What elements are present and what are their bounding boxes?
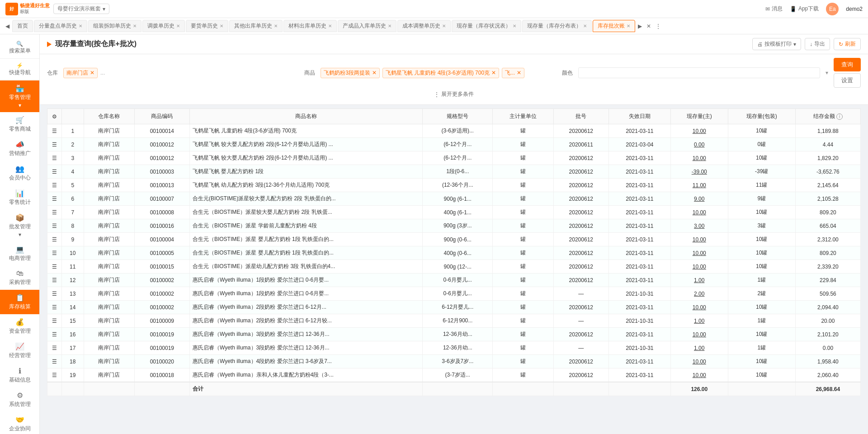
warehouse-tag[interactable]: 南岸门店 ✕ [63,68,98,78]
tab-close-11[interactable]: ✕ [627,24,630,28]
col-settings[interactable]: ⚙ [47,109,62,124]
tab-1[interactable]: 分量盘点单历史 ✕ [34,20,87,32]
row-qty-main[interactable]: 1.00 [670,314,728,328]
warehouse-tag-remove[interactable]: ✕ [90,70,94,76]
tab-5[interactable]: 其他出库单历史 ✕ [229,20,283,32]
settings-button[interactable]: 设置 [834,73,861,88]
row-settings[interactable]: ☰ [47,165,62,179]
row-settings[interactable]: ☰ [47,287,62,301]
sidebar-item-basic-info[interactable]: ℹ 基础信息 [0,363,39,387]
row-qty-main[interactable]: 11.00 [670,179,728,192]
sidebar-item-retail-stats[interactable]: 📊 零售统计 [0,185,39,210]
row-settings[interactable]: ☰ [47,314,62,328]
message-button[interactable]: ✉ 消息 [765,5,783,13]
tab-close-1[interactable]: ✕ [79,24,82,28]
product-tag-1-remove[interactable]: ✕ [372,70,377,76]
sidebar-item-enterprise[interactable]: 🤝 企业协同 [0,412,39,434]
row-qty-main[interactable]: -39.00 [670,165,728,179]
row-settings[interactable]: ☰ [47,124,62,138]
sidebar-item-ecommerce[interactable]: 💻 电商管理 [0,241,39,266]
row-settings[interactable]: ☰ [47,328,62,341]
amount-info-icon[interactable]: i [836,113,843,120]
tab-11[interactable]: 库存批次账 ✕ [593,20,635,32]
sidebar-item-inventory[interactable]: 📋 库存核算 [0,290,39,314]
color-dropdown-icon[interactable]: ▾ [826,70,828,76]
row-qty-main[interactable]: 10.00 [670,328,728,341]
row-settings[interactable]: ☰ [47,301,62,314]
row-settings[interactable]: ☰ [47,355,62,368]
row-settings[interactable]: ☰ [47,246,62,260]
product-tag-2-remove[interactable]: ✕ [491,70,496,76]
sidebar-item-system[interactable]: ⚙ 系统管理 [0,387,39,412]
sidebar-search[interactable]: 🔍 搜索菜单 [0,38,39,59]
row-settings[interactable]: ☰ [47,368,62,382]
tab-close-10[interactable]: ✕ [583,24,587,28]
tab-9[interactable]: 现存量（库存状况表） ✕ [452,20,521,32]
row-settings[interactable]: ☰ [47,206,62,219]
row-qty-main[interactable]: 1.00 [670,341,728,355]
row-settings[interactable]: ☰ [47,260,62,274]
tab-close-3[interactable]: ✕ [176,24,180,28]
tab-close-6[interactable]: ✕ [328,24,332,28]
tab-menu[interactable]: ⋮ [654,23,663,29]
product-tag-3-remove[interactable]: ✕ [517,70,521,76]
tab-close-4[interactable]: ✕ [220,24,223,28]
sidebar-item-retail-mall[interactable]: 🛒 零售商城 [0,112,39,137]
tab-7[interactable]: 产成品入库单历史 ✕ [338,20,396,32]
row-settings[interactable]: ☰ [47,179,62,192]
row-settings[interactable]: ☰ [47,341,62,355]
warehouse-more[interactable]: ... [100,70,105,76]
export-button[interactable]: ↓ 导出 [805,38,830,50]
sidebar-item-member[interactable]: 👥 会员中心 [0,161,39,185]
tab-6[interactable]: 材料出库单历史 ✕ [283,20,337,32]
sidebar-quick-nav[interactable]: ⚡ 快捷导航 [0,61,39,80]
row-qty-main[interactable]: 2.00 [670,287,728,301]
row-qty-main[interactable]: 10.00 [670,355,728,368]
expand-conditions-button[interactable]: ⋮ 展开更多条件 [47,90,861,98]
avatar[interactable]: Ea [826,3,839,15]
app-download-button[interactable]: 📱 App下载 [790,5,819,13]
row-settings[interactable]: ☰ [47,138,62,151]
row-settings[interactable]: ☰ [47,274,62,287]
query-button[interactable]: 查询 [834,58,861,71]
refresh-button[interactable]: ↻ 刷新 [834,38,861,50]
row-qty-main[interactable]: 0.00 [670,138,728,151]
tab-2[interactable]: 组装拆卸单历史 ✕ [88,20,142,32]
tab-home[interactable]: 首页 [12,20,33,32]
tab-prev-arrow[interactable]: ◀ [4,23,11,29]
product-tag-1[interactable]: 飞鹤奶粉3段两提装 ✕ [321,68,380,78]
row-qty-main[interactable]: 3.00 [670,219,728,233]
tab-8[interactable]: 成本调整单历史 ✕ [397,20,451,32]
tab-close-7[interactable]: ✕ [388,24,392,28]
tab-close-5[interactable]: ✕ [274,24,278,28]
row-qty-main[interactable]: 10.00 [670,233,728,246]
row-qty-main[interactable]: 10.00 [670,368,728,382]
sidebar-item-retail-management[interactable]: 🏪 零售管理 ▾ [0,80,39,112]
tab-close-2[interactable]: ✕ [133,24,137,28]
row-qty-main[interactable]: 10.00 [670,301,728,314]
row-qty-main[interactable]: 10.00 [670,206,728,219]
row-qty-main[interactable]: 10.00 [670,151,728,165]
tab-close-9[interactable]: ✕ [513,24,516,28]
row-qty-main[interactable]: 10.00 [670,124,728,138]
row-settings[interactable]: ☰ [47,192,62,206]
row-qty-main[interactable]: 1.00 [670,274,728,287]
row-settings[interactable]: ☰ [47,151,62,165]
expand-panel-icon[interactable] [47,42,52,47]
print-button[interactable]: 🖨 按模板打印 ▾ [752,38,801,50]
row-settings[interactable]: ☰ [47,233,62,246]
sidebar-item-marketing[interactable]: 📣 营销推广 [0,137,39,161]
row-qty-main[interactable]: 10.00 [670,260,728,274]
sidebar-item-purchase[interactable]: 🛍 采购管理 [0,266,39,290]
color-input[interactable] [578,67,820,78]
row-settings[interactable]: ☰ [47,219,62,233]
product-tag-3[interactable]: 飞... ✕ [502,68,524,78]
product-tag-2[interactable]: 飞鹤星飞帆 儿童奶粉 4段(3-6岁适用) 700克 ✕ [382,68,499,78]
tab-10[interactable]: 现存量（库存分布表） ✕ [522,20,592,32]
tab-3[interactable]: 调拨单历史 ✕ [142,20,185,32]
tab-4[interactable]: 要货单历史 ✕ [186,20,228,32]
tab-next-arrow[interactable]: ▶ [636,23,644,29]
sidebar-item-finance[interactable]: 💰 资金管理 [0,314,39,339]
tab-close-all[interactable]: ✕ [645,23,653,29]
row-qty-main[interactable]: 10.00 [670,246,728,260]
